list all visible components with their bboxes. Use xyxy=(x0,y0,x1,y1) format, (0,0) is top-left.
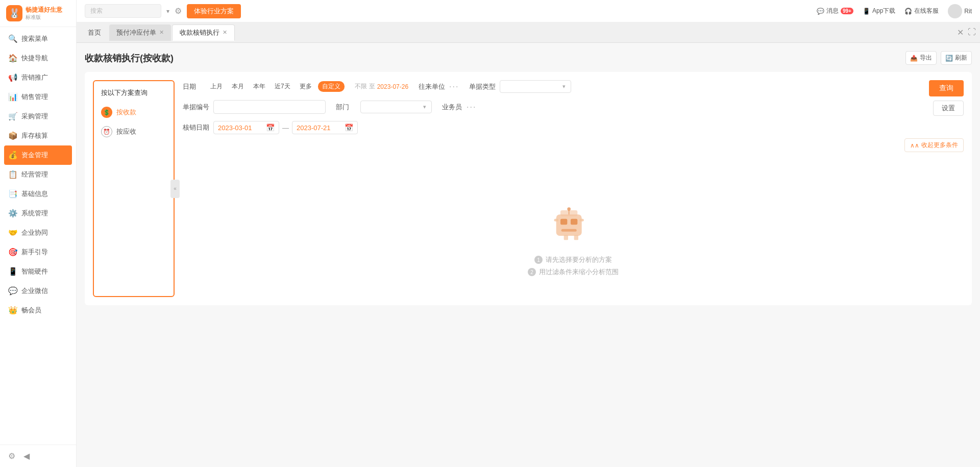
query-button[interactable]: 查询 xyxy=(929,80,964,96)
filter-panel-header: 按以下方案查询 xyxy=(94,86,174,103)
main-area: 搜索 ▾ ⚙ 体验行业方案 💬 消息 99+ 📱 App下载 🎧 在线客服 Ri xyxy=(77,0,980,467)
query-writeoff-row: 核销日期 📅 — 📅 xyxy=(183,121,919,134)
collapse-icon: ∧∧ xyxy=(910,142,919,149)
receivable-icon: ⏰ xyxy=(101,126,112,137)
date-last-month-btn[interactable]: 上月 xyxy=(207,81,226,92)
sidebar-item-guide[interactable]: 🎯 新手引导 xyxy=(0,242,76,262)
marketing-icon: 📢 xyxy=(8,73,17,82)
logo-text: 畅捷通好生意 标准版 xyxy=(26,6,62,21)
writeoff-date-label: 核销日期 xyxy=(183,123,209,132)
date-this-month-btn[interactable]: 本月 xyxy=(229,81,247,92)
settings-icon[interactable]: ⚙ xyxy=(8,451,15,461)
sidebar-item-basic[interactable]: 📑 基础信息 xyxy=(0,184,76,204)
date-field: 日期 上月 本月 本年 近7天 更多 自定义 xyxy=(183,81,345,92)
app-download-button[interactable]: 📱 App下载 xyxy=(863,7,895,15)
message-button[interactable]: 💬 消息 99+ xyxy=(817,7,853,15)
dept-label: 部门 xyxy=(336,103,356,112)
dept-select[interactable]: ▾ xyxy=(360,101,432,113)
home-icon: 🏠 xyxy=(8,54,17,63)
collapse-sidebar-icon[interactable]: ◀ xyxy=(23,451,30,461)
sales-icon: 📊 xyxy=(8,92,17,102)
doc-type-label: 单据类型 xyxy=(469,82,496,91)
sidebar-item-hardware[interactable]: 📱 智能硬件 xyxy=(0,262,76,281)
writeoff-date-from-input[interactable] xyxy=(218,124,264,132)
sidebar-item-wechat[interactable]: 💬 企业微信 xyxy=(0,281,76,301)
sidebar-item-shortcut[interactable]: 🏠 快捷导航 xyxy=(0,48,76,68)
refresh-button[interactable]: 🔄 刷新 xyxy=(941,51,972,65)
solution-button[interactable]: 体验行业方案 xyxy=(187,4,241,18)
sidebar: 🐰 畅捷通好生意 标准版 🔍 搜索菜单 🏠 快捷导航 📢 营销推广 📊 销售管理… xyxy=(0,0,77,467)
sidebar-item-finance[interactable]: 💰 资金管理 xyxy=(4,145,72,165)
topbar-gear-icon[interactable]: ⚙ xyxy=(175,6,182,16)
tab-receivable[interactable]: 收款核销执行 ✕ xyxy=(172,24,235,41)
doc-no-label: 单据编号 xyxy=(183,103,209,112)
message-icon: 💬 xyxy=(817,8,824,15)
query-date-row: 日期 上月 本月 本年 近7天 更多 自定义 xyxy=(183,80,919,93)
filter-collapse-button[interactable]: « xyxy=(170,180,180,198)
tab-home[interactable]: 首页 xyxy=(81,24,108,41)
sidebar-item-marketing[interactable]: 📢 营销推广 xyxy=(0,68,76,87)
search-icon: 🔍 xyxy=(8,34,17,43)
tab-prepay-close-icon[interactable]: ✕ xyxy=(159,29,164,36)
sidebar-item-inventory[interactable]: 📦 库存核算 xyxy=(0,126,76,145)
collapse-left-icon: « xyxy=(174,186,177,191)
user-display[interactable]: Rit xyxy=(948,4,972,18)
sidebar-footer: ⚙ ◀ xyxy=(0,445,76,467)
sidebar-item-operation[interactable]: 📋 经营管理 xyxy=(0,165,76,184)
calendar-to-icon[interactable]: 📅 xyxy=(345,124,353,132)
doc-type-select[interactable]: ▾ xyxy=(500,80,571,93)
export-button[interactable]: 📤 导出 xyxy=(905,51,937,65)
date-this-year-btn[interactable]: 本年 xyxy=(250,81,268,92)
dept-chevron-icon: ▾ xyxy=(423,104,426,110)
topbar-search-box: 搜索 xyxy=(85,4,161,18)
tab-close-all-icon[interactable]: ✕ xyxy=(957,28,964,37)
logo-icon: 🐰 xyxy=(6,5,22,21)
page-actions: 📤 导出 🔄 刷新 xyxy=(905,51,972,65)
sidebar-item-sales[interactable]: 📊 销售管理 xyxy=(0,87,76,107)
collapse-more-button[interactable]: ∧∧ 收起更多条件 xyxy=(904,138,964,152)
tab-receivable-close-icon[interactable]: ✕ xyxy=(223,29,227,36)
date-nolimit-label: 不限 xyxy=(355,82,367,91)
topbar-right: 💬 消息 99+ 📱 App下载 🎧 在线客服 Rit xyxy=(817,4,972,18)
staff-select-btn[interactable]: ··· xyxy=(467,103,476,112)
sidebar-item-search[interactable]: 🔍 搜索菜单 xyxy=(0,29,76,48)
message-badge: 99+ xyxy=(841,8,853,14)
date-7days-btn[interactable]: 近7天 xyxy=(272,81,293,92)
topbar-chevron-icon[interactable]: ▾ xyxy=(166,8,169,15)
hardware-icon: 📱 xyxy=(8,267,17,276)
filter-item-by-receipt[interactable]: 💲 按收款 xyxy=(94,103,174,122)
date-custom-btn[interactable]: 自定义 xyxy=(318,81,345,92)
partner-select-btn[interactable]: ··· xyxy=(449,82,459,91)
tabbar: 首页 预付冲应付单 ✕ 收款核销执行 ✕ ✕ ⛶ xyxy=(77,22,980,43)
sidebar-nav: 🔍 搜索菜单 🏠 快捷导航 📢 营销推广 📊 销售管理 🛒 采购管理 📦 库存核… xyxy=(0,27,76,445)
svg-rect-1 xyxy=(560,219,567,225)
svg-rect-0 xyxy=(556,214,582,236)
doc-type-chevron-icon: ▾ xyxy=(562,83,566,90)
sidebar-item-purchase[interactable]: 🛒 采购管理 xyxy=(0,107,76,126)
writeoff-date-to-wrap: 📅 xyxy=(292,121,358,134)
partner-label: 往来单位 xyxy=(419,82,445,91)
guide-icon: 🎯 xyxy=(8,248,17,257)
doc-type-field: 单据类型 ▾ xyxy=(469,80,571,93)
setting-button[interactable]: 设置 xyxy=(933,101,964,116)
tab-maximize-icon[interactable]: ⛶ xyxy=(968,28,976,37)
doc-no-input[interactable] xyxy=(213,100,326,114)
online-service-button[interactable]: 🎧 在线客服 xyxy=(904,7,939,15)
writeoff-date-to-input[interactable] xyxy=(297,124,342,132)
sidebar-item-cooperation[interactable]: 🤝 企业协同 xyxy=(0,223,76,242)
empty-illustration xyxy=(548,200,599,246)
sidebar-item-system[interactable]: ⚙️ 系统管理 xyxy=(0,204,76,223)
sidebar-item-member[interactable]: 👑 畅会员 xyxy=(0,301,76,320)
staff-field: 业务员 ··· xyxy=(442,103,476,112)
writeoff-date-range: 📅 — 📅 xyxy=(213,121,358,134)
tab-prepay[interactable]: 预付冲应付单 ✕ xyxy=(109,24,171,41)
filter-panel: 按以下方案查询 💲 按收款 ⏰ 按应收 xyxy=(93,80,175,297)
filter-item-by-receivable[interactable]: ⏰ 按应收 xyxy=(94,122,174,141)
calendar-from-icon[interactable]: 📅 xyxy=(266,124,275,132)
wechat-icon: 💬 xyxy=(8,286,17,296)
date-more-btn[interactable]: 更多 xyxy=(297,81,315,92)
content-area: 收款核销执行(按收款) 📤 导出 🔄 刷新 按以下方案查询 💲 xyxy=(77,43,980,467)
purchase-icon: 🛒 xyxy=(8,112,17,121)
writeoff-date-field: 核销日期 📅 — 📅 xyxy=(183,121,358,134)
system-icon: ⚙️ xyxy=(8,209,17,218)
